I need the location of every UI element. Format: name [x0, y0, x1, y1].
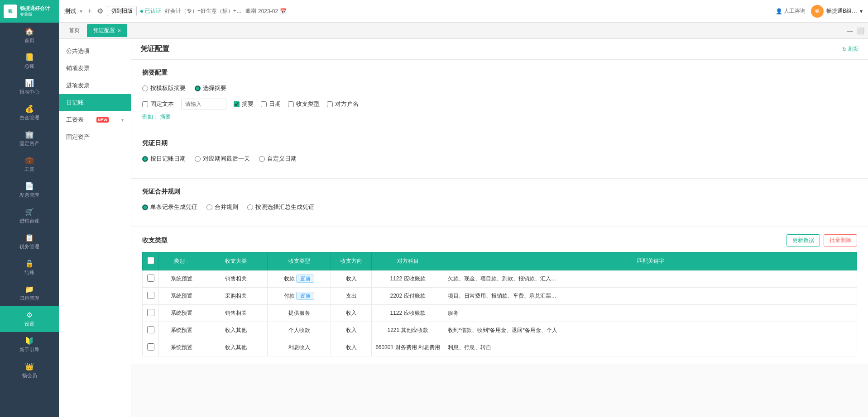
nav-item-purchase-invoice[interactable]: 进项发票 [59, 77, 131, 94]
cb-fixed-text[interactable]: 固定文本 [142, 100, 174, 108]
sidebar-item-salary[interactable]: 💼 工资 [0, 152, 59, 177]
top-tag[interactable]: 置顶 [296, 292, 314, 300]
tab-label: 凭证配置 [93, 27, 115, 34]
sidebar-item-closing[interactable]: 🔒 结账 [0, 255, 59, 280]
cb-summary[interactable]: 摘要 [234, 100, 254, 108]
sidebar-item-tax[interactable]: 📋 税务管理 [0, 229, 59, 255]
row-checkbox[interactable] [147, 292, 154, 299]
sidebar-item-member[interactable]: 👑 畅会员 [0, 358, 59, 384]
radio-journal-date[interactable]: 按日记账日期 [142, 155, 186, 163]
radio-summary-generate[interactable]: 按照选择汇总生成凭证 [247, 203, 314, 211]
support-icon: 👤 [776, 8, 782, 14]
sidebar-item-fund[interactable]: 💰 资金管理 [0, 100, 59, 126]
row-checkbox[interactable] [147, 275, 154, 282]
merge-radio-group: 单条记录生成凭证 合并规则 按照选择汇总生成凭证 [142, 203, 857, 211]
sidebar-item-label: 新手引导 [19, 346, 39, 353]
nav-item-journal[interactable]: 日记账 [59, 94, 131, 111]
radio-select[interactable]: 选择摘要 [195, 84, 226, 92]
bigtype-cell: 收入其他 [204, 322, 268, 339]
type-cell: 个人收款 [268, 322, 331, 339]
sidebar-item-purchase[interactable]: 🛒 进销台账 [0, 203, 59, 229]
settings-button[interactable]: ⚙ [97, 7, 103, 15]
tab-voucher-config[interactable]: 凭证配置 × [87, 24, 127, 37]
nav-item-payroll[interactable]: 工资表 NEW ▾ [59, 111, 131, 128]
row-checkbox[interactable] [147, 309, 154, 316]
batch-delete-button[interactable]: 批量删除 [824, 234, 857, 246]
radio-template[interactable]: 按模板版摘要 [142, 84, 186, 92]
left-nav: 公共选项 销项发票 进项发票 日记账 工资表 NEW ▾ 固定资产 [59, 39, 131, 417]
th-bigtype: 收支大类 [204, 252, 268, 270]
sidebar-item-label: 报表中心 [19, 89, 39, 95]
fixed-text-input[interactable] [181, 99, 226, 109]
period-info: 账期 2023-02 📅 [245, 7, 287, 15]
ledger-icon: 📒 [25, 53, 34, 62]
nav-item-sales-invoice[interactable]: 销项发票 [59, 60, 131, 77]
certified-badge: 已认证 [140, 7, 161, 15]
sidebar-item-home[interactable]: 🏠 首页 [0, 23, 59, 48]
maximize-button[interactable]: ⬜ [857, 27, 864, 34]
support-label: 人工咨询 [784, 7, 806, 15]
row-checkbox[interactable] [147, 326, 154, 333]
radio-merge-rules[interactable]: 合并规则 [206, 203, 238, 211]
row-checkbox-cell[interactable] [143, 288, 159, 305]
settings-icon: ⚙ [26, 311, 33, 319]
category-cell: 系统预置 [159, 339, 204, 356]
radio-period-last[interactable]: 对应期间最后一天 [195, 155, 250, 163]
radio-single-record[interactable]: 单条记录生成凭证 [142, 203, 197, 211]
date-radio-group: 按日记账日期 对应期间最后一天 自定义日期 [142, 155, 857, 163]
date-section-title: 凭证日期 [142, 139, 857, 147]
tax-icon: 📋 [25, 233, 34, 242]
th-category: 类别 ↕ [159, 252, 204, 270]
select-all-checkbox[interactable] [147, 257, 154, 264]
username: 畅捷通B组… [826, 7, 857, 15]
subject-cell: 2202 应付账款 [372, 288, 444, 305]
assets-icon: 🏢 [25, 130, 34, 139]
nav-item-fixed-assets[interactable]: 固定资产 [59, 128, 131, 146]
chevron-down-icon: ▾ [121, 118, 124, 123]
calendar-icon[interactable]: 📅 [280, 8, 287, 14]
support-button[interactable]: 👤 人工咨询 [776, 7, 806, 15]
sidebar-item-settings[interactable]: ⚙ 设置 [0, 306, 59, 332]
company-dropdown-icon[interactable]: ▾ [80, 8, 82, 14]
update-data-button[interactable]: 更新数据 [786, 234, 820, 246]
minimize-button[interactable]: — [847, 27, 853, 34]
row-checkbox-cell[interactable] [143, 322, 159, 339]
tab-close-button[interactable]: × [118, 28, 121, 34]
row-checkbox-cell[interactable] [143, 339, 159, 356]
cb-income-type[interactable]: 收支类型 [288, 100, 320, 108]
cb-date[interactable]: 日期 [261, 100, 281, 108]
table-row: 系统预置 销售相关 收款 置顶 收入 1122 应收账款 欠款、现金、项目款、到… [143, 270, 857, 288]
th-select-all[interactable] [143, 252, 159, 270]
avatar: 畅 [811, 5, 824, 18]
sidebar-item-label: 固定资产 [19, 140, 39, 147]
switch-version-button[interactable]: 切到旧版 [107, 6, 137, 16]
category-cell: 系统预置 [159, 305, 204, 322]
sidebar-item-reports[interactable]: 📊 报表中心 [0, 74, 59, 100]
radio-custom-date[interactable]: 自定义日期 [259, 155, 297, 163]
row-checkbox-cell[interactable] [143, 305, 159, 322]
logo-sub: 专业版 [20, 12, 50, 18]
row-checkbox[interactable] [147, 343, 154, 351]
fund-icon: 💰 [25, 104, 34, 113]
top-tag[interactable]: 置顶 [296, 275, 314, 283]
member-icon: 👑 [25, 362, 34, 371]
sidebar-item-guide[interactable]: 🔰 新手引导 [0, 332, 59, 358]
tab-home[interactable]: 首页 [62, 24, 86, 37]
add-button[interactable]: ＋ [86, 6, 93, 16]
sidebar-item-ledger[interactable]: 📒 总账 [0, 48, 59, 74]
archive-icon: 📁 [25, 285, 34, 294]
row-checkbox-cell[interactable] [143, 270, 159, 288]
table-row: 系统预置 销售相关 提供服务 收入 1122 应收账款 服务 [143, 305, 857, 322]
salary-icon: 💼 [25, 156, 34, 165]
home-icon: 🏠 [25, 27, 34, 36]
refresh-button[interactable]: ↻ 刷新 [842, 45, 859, 53]
sidebar-item-label: 税务管理 [19, 243, 39, 250]
sort-icon[interactable]: ↕ [187, 259, 189, 264]
sidebar-item-assets[interactable]: 🏢 固定资产 [0, 126, 59, 152]
reports-icon: 📊 [25, 79, 34, 87]
sidebar-item-archive[interactable]: 📁 归档管理 [0, 280, 59, 306]
nav-item-public[interactable]: 公共选项 [59, 43, 131, 60]
user-info[interactable]: 畅 畅捷通B组… ▾ [811, 5, 863, 18]
cb-counterparty[interactable]: 对方户名 [327, 100, 359, 108]
sidebar-item-invoice[interactable]: 📄 发票管理 [0, 177, 59, 203]
